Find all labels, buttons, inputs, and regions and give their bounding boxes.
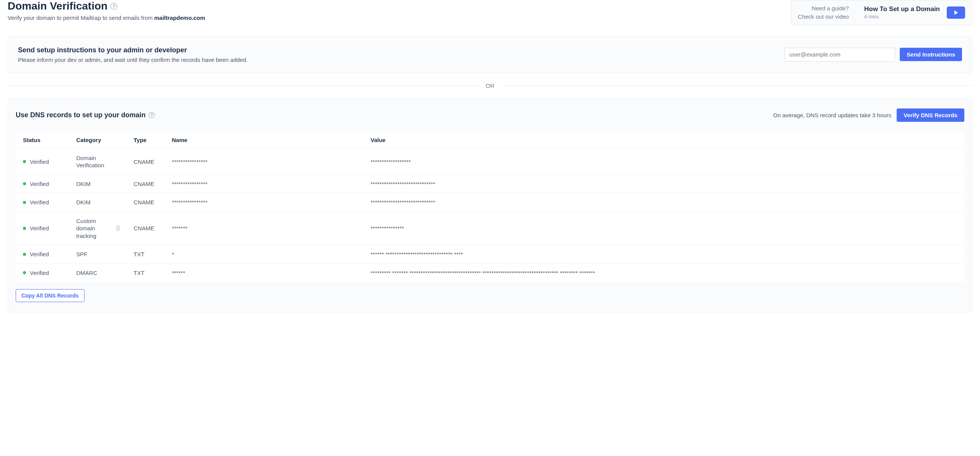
- category-text: Custom domain tracking: [76, 217, 112, 240]
- dns-avg-text: On average, DNS record updates take 3 ho…: [773, 112, 891, 118]
- help-icon[interactable]: ?: [149, 112, 155, 118]
- page-title: Domain Verification: [8, 0, 107, 12]
- category-text: Domain Verification: [76, 154, 120, 169]
- help-icon[interactable]: ?: [116, 225, 120, 231]
- type-cell: TXT: [127, 245, 165, 264]
- send-instructions-button[interactable]: Send Instructions: [900, 48, 962, 61]
- table-row: VerifiedSPFTXT******* ******************…: [16, 245, 964, 264]
- dns-title: Use DNS records to set up your domain: [16, 111, 146, 119]
- play-video-button[interactable]: [947, 6, 965, 19]
- value-cell: ***************: [364, 212, 964, 245]
- guide-card: Need a guide? Check out our video How To…: [791, 0, 972, 25]
- instructions-desc: Please inform your dev or admin, and wai…: [18, 57, 775, 63]
- divider: OR: [8, 82, 972, 89]
- table-row: VerifiedDomain VerificationCNAME********…: [16, 149, 964, 175]
- status-text: Verified: [30, 199, 49, 205]
- page-subtitle: Verify your domain to permit Mailtrap to…: [8, 15, 791, 21]
- status-text: Verified: [30, 158, 49, 165]
- dns-panel: Use DNS records to set up your domain ? …: [8, 98, 972, 313]
- col-header-category: Category: [70, 131, 127, 149]
- status-text: Verified: [30, 270, 49, 276]
- divider-label: OR: [486, 82, 495, 89]
- status-dot-icon: [23, 201, 26, 204]
- guide-prompt: Need a guide? Check out our video: [798, 4, 849, 21]
- name-cell: ****************: [165, 193, 364, 212]
- status-dot-icon: [23, 271, 26, 274]
- col-header-status: Status: [16, 131, 70, 149]
- help-icon[interactable]: ?: [110, 3, 117, 10]
- instructions-panel: Send setup instructions to your admin or…: [8, 36, 972, 73]
- category-text: SPF: [76, 251, 88, 258]
- status-text: Verified: [30, 181, 49, 187]
- guide-title: How To Set up a Domain: [864, 5, 940, 13]
- status-dot-icon: [23, 160, 26, 163]
- verify-dns-button[interactable]: Verify DNS Records: [897, 108, 964, 122]
- instructions-title: Send setup instructions to your admin or…: [18, 46, 775, 54]
- type-cell: CNAME: [127, 175, 165, 193]
- col-header-type: Type: [127, 131, 165, 149]
- status-dot-icon: [23, 227, 26, 230]
- play-icon: [953, 10, 959, 15]
- type-cell: CNAME: [127, 193, 165, 212]
- name-cell: ******: [165, 264, 364, 282]
- table-row: VerifiedCustom domain tracking?CNAME****…: [16, 212, 964, 245]
- name-cell: ****************: [165, 175, 364, 193]
- type-cell: CNAME: [127, 149, 165, 175]
- email-field[interactable]: [784, 48, 895, 61]
- status-dot-icon: [23, 253, 26, 256]
- name-cell: *******: [165, 212, 364, 245]
- value-cell: ******************: [364, 149, 964, 175]
- table-row: VerifiedDMARCTXT*************** ******* …: [16, 264, 964, 282]
- col-header-name: Name: [165, 131, 364, 149]
- table-row: VerifiedDKIMCNAME***********************…: [16, 175, 964, 193]
- type-cell: TXT: [127, 264, 165, 282]
- value-cell: *****************************: [364, 175, 964, 193]
- category-text: DKIM: [76, 180, 91, 188]
- dns-table: Status Category Type Name Value Verified…: [16, 131, 964, 283]
- copy-all-button[interactable]: Copy All DNS Records: [16, 289, 84, 302]
- guide-duration: 4 mins: [864, 14, 940, 19]
- table-row: VerifiedDKIMCNAME***********************…: [16, 193, 964, 212]
- name-cell: *: [165, 245, 364, 264]
- category-text: DMARC: [76, 269, 97, 277]
- status-text: Verified: [30, 225, 49, 231]
- value-cell: *****************************: [364, 193, 964, 212]
- category-text: DKIM: [76, 199, 91, 206]
- status-text: Verified: [30, 251, 49, 257]
- name-cell: ****************: [165, 149, 364, 175]
- col-header-value: Value: [364, 131, 964, 149]
- value-cell: ****** ****************************** **…: [364, 245, 964, 264]
- status-dot-icon: [23, 182, 26, 185]
- type-cell: CNAME: [127, 212, 165, 245]
- value-cell: ********* ******* **********************…: [364, 264, 964, 282]
